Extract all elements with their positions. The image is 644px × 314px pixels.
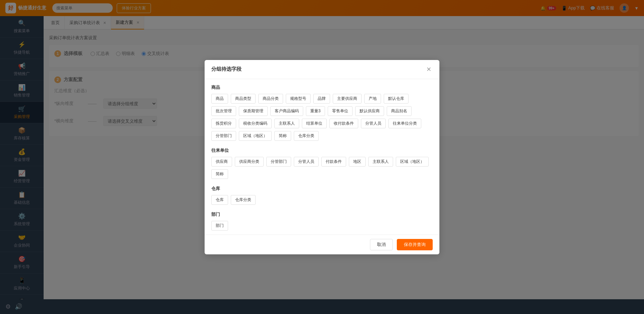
product-section-title: 商品 bbox=[211, 84, 433, 90]
field-tag-default-supplier[interactable]: 默认供应商 bbox=[355, 106, 384, 116]
field-tag-partner-region[interactable]: 区域（地区） bbox=[396, 157, 429, 167]
field-tag-spec-model[interactable]: 规格型号 bbox=[286, 94, 311, 104]
field-tag-dept[interactable]: 分管部门 bbox=[211, 131, 236, 141]
field-tag-payment-terms[interactable]: 收付款条件 bbox=[329, 119, 358, 128]
field-tag-payment-condition[interactable]: 付款条件 bbox=[321, 157, 346, 167]
field-select-modal: 分组待选字段 ✕ 商品 商品 商品类型 商品分类 规格型号 品牌 主要供应商 产… bbox=[205, 60, 439, 254]
field-tag-shelf-life[interactable]: 保质期管理 bbox=[239, 106, 268, 116]
field-tag-product-category[interactable]: 商品分类 bbox=[258, 94, 283, 104]
field-tag-warehouse[interactable]: 仓库 bbox=[211, 195, 228, 205]
field-tag-settlement-unit[interactable]: 结算单位 bbox=[302, 119, 327, 128]
field-tag-weight3[interactable]: 重量3 bbox=[306, 106, 325, 116]
field-tag-retail-unit[interactable]: 零售单位 bbox=[328, 106, 353, 116]
partner-field-tags: 供应商 供应商分类 分管部门 分管人员 付款条件 地区 主联系人 区域（地区） … bbox=[211, 157, 433, 179]
field-tag-supplier[interactable]: 供应商 bbox=[211, 157, 232, 167]
field-tag-origin[interactable]: 产地 bbox=[364, 94, 381, 104]
field-tag-department[interactable]: 部门 bbox=[211, 221, 228, 231]
field-tag-partner-category[interactable]: 往来单位分类 bbox=[388, 119, 421, 128]
field-tag-product-alias[interactable]: 商品别名 bbox=[387, 106, 412, 116]
field-tag-product-type[interactable]: 商品类型 bbox=[231, 94, 256, 104]
field-tag-abbr[interactable]: 简称 bbox=[274, 131, 291, 141]
warehouse-section-title: 仓库 bbox=[211, 186, 433, 192]
field-tag-manager[interactable]: 分管人员 bbox=[361, 119, 386, 128]
field-tag-customer-code[interactable]: 客户商品编码 bbox=[270, 106, 303, 116]
field-tag-main-supplier[interactable]: 主要供应商 bbox=[333, 94, 362, 104]
field-tag-brand[interactable]: 品牌 bbox=[313, 94, 330, 104]
partner-section-title: 往来单位 bbox=[211, 147, 433, 153]
department-field-tags: 部门 bbox=[211, 221, 433, 231]
field-tag-region[interactable]: 区域（地区） bbox=[239, 131, 272, 141]
field-tag-partner-dept[interactable]: 分管部门 bbox=[266, 157, 291, 167]
modal-overlay[interactable]: 分组待选字段 ✕ 商品 商品 商品类型 商品分类 规格型号 品牌 主要供应商 产… bbox=[0, 0, 644, 314]
department-section-title: 部门 bbox=[211, 211, 433, 217]
confirm-save-button[interactable]: 保存并查询 bbox=[397, 239, 433, 250]
field-tag-warehouse-cat[interactable]: 仓库分类 bbox=[231, 195, 256, 205]
field-tag-product[interactable]: 商品 bbox=[211, 94, 228, 104]
modal-header: 分组待选字段 ✕ bbox=[205, 60, 439, 79]
field-tag-default-warehouse[interactable]: 默认仓库 bbox=[384, 94, 409, 104]
modal-footer: 取消 保存并查询 bbox=[205, 235, 439, 254]
warehouse-section: 仓库 仓库 仓库分类 bbox=[211, 186, 433, 205]
partner-section: 往来单位 供应商 供应商分类 分管部门 分管人员 付款条件 地区 主联系人 区域… bbox=[211, 147, 433, 179]
field-tag-partner-abbr[interactable]: 简称 bbox=[211, 169, 228, 179]
field-tag-main-contact[interactable]: 主联系人 bbox=[274, 119, 299, 128]
field-tag-batch-mgmt[interactable]: 批次管理 bbox=[211, 106, 236, 116]
modal-body: 商品 商品 商品类型 商品分类 规格型号 品牌 主要供应商 产地 默认仓库 批次… bbox=[205, 79, 439, 235]
cancel-button[interactable]: 取消 bbox=[370, 239, 393, 250]
department-section: 部门 部门 bbox=[211, 211, 433, 231]
warehouse-field-tags: 仓库 仓库分类 bbox=[211, 195, 433, 205]
modal-title: 分组待选字段 bbox=[211, 66, 241, 72]
field-tag-partner-manager[interactable]: 分管人员 bbox=[294, 157, 319, 167]
field-tag-pick-score[interactable]: 拣货积分 bbox=[211, 119, 236, 128]
field-tag-supplier-category[interactable]: 供应商分类 bbox=[235, 157, 264, 167]
field-tag-area[interactable]: 地区 bbox=[349, 157, 366, 167]
field-tag-partner-main-contact[interactable]: 主联系人 bbox=[368, 157, 393, 167]
product-field-tags: 商品 商品类型 商品分类 规格型号 品牌 主要供应商 产地 默认仓库 批次管理 … bbox=[211, 94, 433, 141]
field-tag-tax-code[interactable]: 税收分类编码 bbox=[239, 119, 272, 128]
modal-close-button[interactable]: ✕ bbox=[425, 65, 433, 73]
field-tag-warehouse-category[interactable]: 仓库分类 bbox=[294, 131, 319, 141]
product-section: 商品 商品 商品类型 商品分类 规格型号 品牌 主要供应商 产地 默认仓库 批次… bbox=[211, 84, 433, 141]
